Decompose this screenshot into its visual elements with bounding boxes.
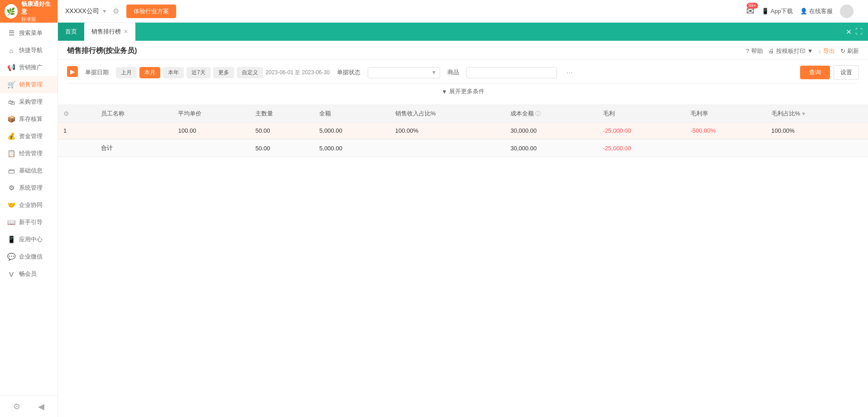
- date-btn-prev-month[interactable]: 上月: [116, 67, 137, 78]
- sidebar-icon-9: ⚙: [7, 184, 15, 192]
- company-arrow-icon: ▼: [102, 8, 107, 14]
- sidebar-label-4: 采购管理: [19, 98, 43, 106]
- sidebar-item-10[interactable]: 🤝 企业协同: [0, 197, 58, 214]
- sidebar-icon-1: ⌂: [7, 47, 15, 54]
- tab-close-icon[interactable]: ✕: [124, 29, 128, 35]
- logo-text: 畅康通好生意 标准版: [21, 0, 53, 22]
- query-button[interactable]: 查询: [800, 66, 830, 79]
- tab-sales-ranking[interactable]: 销售排行榜 ✕: [84, 23, 135, 41]
- logo-line2: 标准版: [21, 16, 53, 22]
- sidebar-item-8[interactable]: 🗃 基础信息: [0, 162, 58, 179]
- expand-more-button[interactable]: ▼ 展开更多条件: [441, 87, 484, 96]
- settings-button[interactable]: 设置: [834, 65, 859, 80]
- sidebar-item-11[interactable]: 📖 新手引导: [0, 214, 58, 231]
- table-row: 1100.0050.005,000.00100.00%30,000.00-25,…: [58, 123, 868, 139]
- table-container: ⚙ 员工名称 平均单价 主数量 全额 销售收入占比% 成本全额ⓘ 毛利 毛利率 …: [58, 105, 868, 417]
- status-filter-label: 单据状态: [337, 68, 360, 77]
- filter-row-1: 单据日期 上月 本月 本年 近7天 更多 自定义 2023-06-01 至 20…: [85, 65, 859, 80]
- sidebar-item-9[interactable]: ⚙ 系统管理: [0, 179, 58, 197]
- goods-input[interactable]: [466, 67, 557, 78]
- tab-home[interactable]: 首页: [58, 23, 84, 41]
- tab-home-label: 首页: [65, 28, 77, 36]
- footer-sales-pct: [390, 139, 505, 157]
- app-icon: 📱: [762, 8, 769, 14]
- cell-name: [96, 123, 173, 139]
- sidebar-item-12[interactable]: 📱 应用中心: [0, 231, 58, 248]
- table-header-row: ⚙ 员工名称 平均单价 主数量 全额 销售收入占比% 成本全额ⓘ 毛利 毛利率 …: [58, 105, 868, 123]
- status-select[interactable]: [368, 67, 440, 78]
- sidebar-item-0[interactable]: ☰ 搜索菜单: [0, 24, 58, 42]
- sidebar-item-5[interactable]: 📦 库存核算: [0, 110, 58, 128]
- sidebar-icon-0: ☰: [7, 29, 15, 37]
- date-btn-7days[interactable]: 近7天: [187, 67, 211, 78]
- date-btn-cur-month[interactable]: 本月: [139, 67, 160, 78]
- sidebar-label-3: 销售管理: [19, 81, 43, 89]
- col-gross-pct: 毛利占比%▼: [766, 105, 868, 123]
- date-btn-more[interactable]: 更多: [213, 67, 234, 78]
- topbar-right: ✉ 99+ 📱 App下载 👤 在线客服: [746, 5, 861, 18]
- print-label: 按模板打印: [776, 47, 806, 55]
- avatar[interactable]: [840, 5, 854, 18]
- col-amount: 全额: [314, 105, 389, 123]
- filter-bar: ▶ 单据日期 上月 本月 本年 近7天 更多 自定义 2023-06-01 至 …: [58, 60, 868, 105]
- help-button[interactable]: ? 帮助: [746, 47, 762, 55]
- settings-gear-icon[interactable]: ⚙: [113, 7, 119, 15]
- goods-filter-label: 商品: [447, 68, 459, 77]
- cell-avg-price: 100.00: [173, 123, 249, 139]
- col-cost: 成本全额ⓘ: [505, 105, 597, 123]
- sidebar-label-1: 快捷导航: [19, 46, 43, 54]
- sidebar-label-2: 营销推广: [19, 63, 43, 72]
- date-btn-custom[interactable]: 自定义: [237, 67, 263, 78]
- col-quantity: 主数量: [250, 105, 314, 123]
- sidebar-label-8: 基础信息: [19, 167, 43, 175]
- sidebar-icon-10: 🤝: [7, 201, 15, 209]
- sidebar-item-1[interactable]: ⌂ 快捷导航: [0, 42, 58, 59]
- logo-icon: 🌿: [5, 4, 18, 19]
- sidebar-icon-5: 📦: [7, 115, 15, 123]
- sidebar-item-7[interactable]: 📋 经营管理: [0, 145, 58, 162]
- collapse-icon[interactable]: ◀: [38, 402, 44, 412]
- sidebar-icon-3: 🛒: [7, 81, 15, 89]
- export-button[interactable]: ↓ 导出: [819, 47, 835, 55]
- col-name: 员工名称: [96, 105, 173, 123]
- main-area: XXXXX公司 ▼ ⚙ 体验行业方案 ✉ 99+ 📱 App下载 👤 在线客服: [58, 0, 868, 417]
- date-btn-cur-year[interactable]: 本年: [163, 67, 184, 78]
- company-selector[interactable]: XXXXX公司 ▼: [65, 7, 107, 15]
- filter-toggle-button[interactable]: ▶: [67, 66, 78, 77]
- filter-more-dots[interactable]: ···: [566, 68, 573, 77]
- column-settings-icon[interactable]: ⚙: [63, 110, 69, 117]
- cost-info-icon[interactable]: ⓘ: [535, 110, 541, 117]
- company-name: XXXXX公司: [65, 7, 99, 15]
- sidebar-item-4[interactable]: 🛍 采购管理: [0, 93, 58, 110]
- settings-icon[interactable]: ⚙: [13, 402, 20, 412]
- footer-quantity: 50.00: [250, 139, 314, 157]
- print-button[interactable]: 🖨 按模板打印 ▼: [768, 47, 813, 55]
- sidebar-icon-7: 📋: [7, 149, 15, 158]
- refresh-icon: ↻: [840, 48, 845, 54]
- sidebar-item-6[interactable]: 💰 资金管理: [0, 128, 58, 145]
- tab-close-all-icon[interactable]: ✕: [846, 28, 852, 36]
- page-header: 销售排行榜(按业务员) ? 帮助 🖨 按模板打印 ▼ ↓ 导出 ↻ 刷新: [58, 41, 868, 60]
- sidebar-item-13[interactable]: 💬 企业微信: [0, 248, 58, 265]
- gross-pct-sort-icon[interactable]: ▼: [801, 111, 806, 116]
- online-service-button[interactable]: 👤 在线客服: [800, 7, 833, 15]
- filter-fields: 单据日期 上月 本月 本年 近7天 更多 自定义 2023-06-01 至 20…: [85, 65, 859, 83]
- refresh-button[interactable]: ↻ 刷新: [840, 47, 859, 55]
- service-label: 在线客服: [809, 7, 833, 15]
- date-range-display: 2023-06-01 至 2023-06-30: [266, 69, 330, 77]
- sidebar-item-3[interactable]: 🛒 销售管理: [0, 76, 58, 93]
- cell-quantity: 50.00: [250, 123, 314, 139]
- tab-expand-icon[interactable]: ⛶: [855, 28, 863, 36]
- message-badge: 99+: [747, 3, 758, 9]
- message-button[interactable]: ✉ 99+: [746, 5, 754, 17]
- col-gear: ⚙: [58, 105, 96, 123]
- expand-more-icon: ▼: [441, 88, 447, 95]
- sidebar-item-14[interactable]: V 畅会员: [0, 265, 58, 283]
- sidebar-item-2[interactable]: 📢 营销推广: [0, 59, 58, 76]
- sidebar-icon-12: 📱: [7, 235, 15, 244]
- footer-gross-rate: [685, 139, 766, 157]
- col-avg-price: 平均单价: [173, 105, 249, 123]
- trial-button[interactable]: 体验行业方案: [126, 5, 176, 18]
- app-download-button[interactable]: 📱 App下载: [762, 7, 793, 15]
- sidebar-nav: ☰ 搜索菜单 ⌂ 快捷导航 📢 营销推广 🛒 销售管理 🛍 采购管理 📦 库存核…: [0, 23, 58, 395]
